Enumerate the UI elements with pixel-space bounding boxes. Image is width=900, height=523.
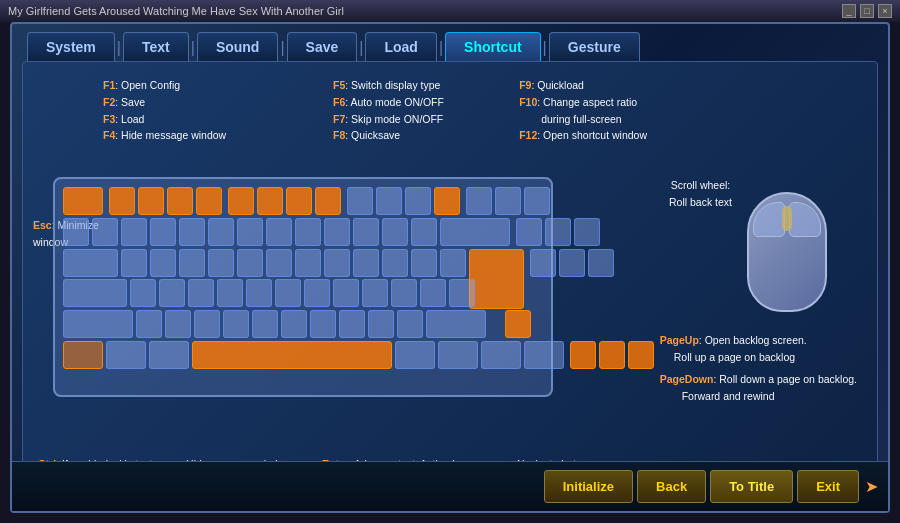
key-up	[505, 310, 531, 338]
key-rshift	[426, 310, 486, 338]
tab-load[interactable]: Load	[365, 32, 436, 61]
key-5	[208, 218, 234, 246]
mouse-right-button	[789, 202, 821, 237]
key-pause	[524, 187, 550, 215]
key-ralt	[395, 341, 435, 369]
maximize-button[interactable]: □	[860, 4, 874, 18]
key-k	[333, 279, 359, 307]
key-lshift	[63, 310, 133, 338]
key-l	[362, 279, 388, 307]
tab-text[interactable]: Text	[123, 32, 189, 61]
mouse-scroll-wheel	[782, 206, 792, 231]
key-menu	[481, 341, 521, 369]
mouse-diagram	[737, 192, 837, 332]
window-title: My Girlfriend Gets Aroused Watching Me H…	[8, 5, 344, 17]
f4-label: F4: Hide message window	[103, 127, 226, 144]
key-y	[266, 249, 292, 277]
initialize-button[interactable]: Initialize	[544, 470, 633, 503]
close-button[interactable]: ×	[878, 4, 892, 18]
key-capslock	[63, 279, 127, 307]
tab-bar: System | Text | Sound | Save | Load | Sh…	[12, 24, 888, 61]
key-rbracket	[440, 249, 466, 277]
key-f1	[109, 187, 135, 215]
key-left	[570, 341, 596, 369]
shortcut-group-3: F9: Quickload F10: Change aspect ratio d…	[519, 77, 647, 144]
key-j	[304, 279, 330, 307]
key-lctrl	[63, 341, 103, 369]
key-quote	[420, 279, 446, 307]
tab-sound[interactable]: Sound	[197, 32, 279, 61]
key-right	[628, 341, 654, 369]
key-q	[121, 249, 147, 277]
key-e	[179, 249, 205, 277]
key-p	[382, 249, 408, 277]
keyboard-row-fn	[63, 187, 543, 215]
minimize-button[interactable]: _	[842, 4, 856, 18]
keyboard-row-bottom	[63, 341, 543, 369]
key-insert	[516, 218, 542, 246]
key-equals	[411, 218, 437, 246]
key-backtick	[63, 218, 89, 246]
tab-shortcut[interactable]: Shortcut	[445, 32, 541, 61]
keyboard-row-numbers	[63, 218, 543, 246]
key-end	[559, 249, 585, 277]
key-down	[599, 341, 625, 369]
f8-label: F8: Quicksave	[333, 127, 444, 144]
key-9	[324, 218, 350, 246]
key-semicolon	[391, 279, 417, 307]
key-enter	[469, 249, 524, 309]
exit-button[interactable]: Exit	[797, 470, 859, 503]
f3-label: F3: Load	[103, 111, 226, 128]
f10-label: F10: Change aspect ratio	[519, 94, 647, 111]
key-rwin	[438, 341, 478, 369]
key-s	[159, 279, 185, 307]
f7-label: F7: Skip mode ON/OFF	[333, 111, 444, 128]
f2-label: F2: Save	[103, 94, 226, 111]
key-2	[121, 218, 147, 246]
key-space	[192, 341, 392, 369]
key-f4	[196, 187, 222, 215]
to-title-button[interactable]: To Title	[710, 470, 793, 503]
f6-label: F6: Auto mode ON/OFF	[333, 94, 444, 111]
key-delete	[530, 249, 556, 277]
key-lalt	[149, 341, 189, 369]
keyboard-row-asdf	[63, 279, 543, 307]
key-comma	[339, 310, 365, 338]
key-x	[165, 310, 191, 338]
f10-sub-label: during full-screen	[519, 111, 647, 128]
key-a	[130, 279, 156, 307]
tab-save[interactable]: Save	[287, 32, 358, 61]
mouse-left-button	[753, 202, 785, 237]
key-c	[194, 310, 220, 338]
content-area: F1: Open Config F2: Save F3: Load F4: Hi…	[22, 61, 878, 501]
pageup-pagedown-labels: PageUp: Open backlog screen. Roll up a p…	[660, 332, 857, 405]
key-f3	[167, 187, 193, 215]
key-i	[324, 249, 350, 277]
key-b	[252, 310, 278, 338]
key-backspace	[440, 218, 510, 246]
f1-label: F1: Open Config	[103, 77, 226, 94]
back-button[interactable]: Back	[637, 470, 706, 503]
key-f2	[138, 187, 164, 215]
window-controls: _ □ ×	[842, 4, 892, 18]
scroll-wheel-label: Scroll wheel: Roll back text	[669, 177, 732, 211]
f12-label: F12: Open shortcut window	[519, 127, 647, 144]
key-home	[545, 218, 571, 246]
main-container: System | Text | Sound | Save | Load | Sh…	[10, 22, 890, 513]
key-prtsc	[466, 187, 492, 215]
key-n	[281, 310, 307, 338]
tab-gesture[interactable]: Gesture	[549, 32, 640, 61]
key-z	[136, 310, 162, 338]
key-w	[150, 249, 176, 277]
tab-system[interactable]: System	[27, 32, 115, 61]
key-g	[246, 279, 272, 307]
key-period	[368, 310, 394, 338]
keyboard-row-zxcv	[63, 310, 543, 338]
key-slash	[397, 310, 423, 338]
shortcut-group-2: F5: Switch display type F6: Auto mode ON…	[333, 77, 444, 144]
key-u	[295, 249, 321, 277]
key-backslash	[449, 279, 475, 307]
shortcut-group-1: F1: Open Config F2: Save F3: Load F4: Hi…	[103, 77, 226, 144]
f9-label: F9: Quickload	[519, 77, 647, 94]
key-f12	[434, 187, 460, 215]
